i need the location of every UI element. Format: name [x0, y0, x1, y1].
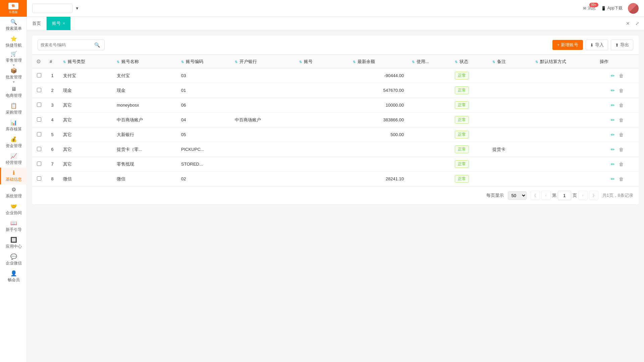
- sidebar-item-collaboration[interactable]: 🤝 企业协同: [0, 201, 27, 218]
- row-checkbox[interactable]: [32, 172, 46, 186]
- row-checkbox[interactable]: [32, 127, 46, 142]
- table-row: 3 其它 moneybosx 06 10000.00 正常 ✏ 🗑: [32, 98, 639, 113]
- import-icon: ⬇: [590, 43, 594, 48]
- row-code: 06: [177, 98, 231, 113]
- delete-button[interactable]: 🗑: [619, 147, 624, 152]
- col-header-status[interactable]: ⇅ 状态: [451, 55, 488, 68]
- col-header-account[interactable]: ⇅ 账号: [295, 55, 349, 68]
- row-actions: ✏ 🗑: [596, 68, 639, 83]
- tab-close-all-button[interactable]: ✕: [624, 19, 632, 27]
- page-first-button[interactable]: ⟪: [531, 191, 540, 200]
- page-next-button[interactable]: ›: [578, 191, 588, 200]
- row-status: 正常: [451, 142, 488, 157]
- row-checkbox[interactable]: [32, 142, 46, 157]
- delete-button[interactable]: 🗑: [619, 176, 624, 182]
- row-name: 中百商场账户: [113, 113, 177, 127]
- header-dropdown[interactable]: ▼: [75, 6, 79, 11]
- row-status: 正常: [451, 127, 488, 142]
- row-note: [488, 113, 531, 127]
- message-button[interactable]: ✉ 消息 99+: [583, 5, 596, 11]
- sidebar-item-finance[interactable]: 💰 资金管理: [0, 134, 27, 151]
- delete-button[interactable]: 🗑: [619, 117, 624, 123]
- add-account-button[interactable]: + 新增账号: [552, 40, 583, 50]
- row-actions: ✏ 🗑: [596, 142, 639, 157]
- import-button[interactable]: ⬇ 导入: [586, 40, 608, 50]
- row-default-payment: [531, 127, 596, 142]
- col-header-type[interactable]: ⇅ 账号类型: [59, 55, 113, 68]
- col-header-code[interactable]: ⇅ 账号编码: [177, 55, 231, 68]
- edit-button[interactable]: ✏: [611, 73, 615, 78]
- row-bank: [231, 98, 295, 113]
- accounts-table: ⚙ # ⇅ 账号类型 ⇅ 账号名称 ⇅ 账号编码: [32, 55, 639, 186]
- delete-button[interactable]: 🗑: [619, 73, 624, 78]
- header-search-input[interactable]: [32, 4, 72, 13]
- col-header-default-payment[interactable]: ⇅ 默认结算方式: [531, 55, 596, 68]
- col-header-bank[interactable]: ⇅ 开户银行: [231, 55, 295, 68]
- col-header-balance[interactable]: ⇅ 最新余额: [349, 55, 408, 68]
- sidebar-item-system[interactable]: ⚙ 系统管理: [0, 184, 27, 201]
- edit-button[interactable]: ✏: [611, 176, 615, 182]
- row-code: 01: [177, 83, 231, 98]
- sort-icon-usage: ⇅: [412, 60, 415, 64]
- edit-button[interactable]: ✏: [611, 147, 615, 152]
- sidebar-item-inventory[interactable]: 📊 库存核算: [0, 117, 27, 134]
- table-row: 6 其它 提货卡（零... PICKUPC... 正常 提货卡 ✏ 🗑: [32, 142, 639, 157]
- tab-accounts[interactable]: 账号 ×: [47, 17, 71, 30]
- per-page-select[interactable]: 50 20 100: [508, 191, 527, 200]
- app-download-button[interactable]: 📱 App下载: [601, 5, 623, 11]
- sidebar-item-wholesale[interactable]: 📦 批发管理 ▼: [0, 67, 27, 84]
- search-icon[interactable]: 🔍: [94, 42, 100, 48]
- delete-button[interactable]: 🗑: [619, 162, 624, 167]
- row-checkbox[interactable]: [32, 157, 46, 172]
- sidebar-item-ecommerce[interactable]: 🖥 电商管理: [0, 84, 27, 101]
- sidebar-item-guide[interactable]: 📖 新手引导: [0, 218, 27, 235]
- content-panel: 🔍 + 新增账号 ⬇ 导入 ⬆ 导出: [32, 36, 639, 204]
- sidebar-item-quick-nav[interactable]: ⭐ 快捷导航: [0, 34, 27, 50]
- sidebar-item-members[interactable]: 👤 畅会员: [0, 268, 27, 285]
- row-status: 正常: [451, 68, 488, 83]
- edit-button[interactable]: ✏: [611, 88, 615, 93]
- table-settings-icon[interactable]: ⚙: [36, 59, 41, 64]
- trend-icon: 📈: [10, 153, 17, 159]
- sidebar-item-operations[interactable]: 📈 经营管理: [0, 151, 27, 168]
- row-bank: [231, 172, 295, 186]
- sidebar-item-purchase[interactable]: 📋 采购管理: [0, 101, 27, 117]
- page-input[interactable]: [558, 191, 571, 200]
- col-header-usage[interactable]: ⇅ 使用...: [408, 55, 451, 68]
- edit-button[interactable]: ✏: [611, 117, 615, 123]
- sidebar-item-basic-info[interactable]: ℹ 基础信息: [0, 168, 27, 184]
- search-menu-icon: 🔍: [10, 19, 17, 25]
- page-last-button[interactable]: ⟫: [589, 191, 598, 200]
- avatar[interactable]: [628, 3, 639, 14]
- row-type: 其它: [59, 142, 113, 157]
- col-header-note[interactable]: ⇅ 备注: [488, 55, 531, 68]
- tab-close-button[interactable]: ×: [63, 21, 65, 26]
- delete-button[interactable]: 🗑: [619, 88, 624, 93]
- sort-icon-type: ⇅: [63, 60, 66, 64]
- edit-button[interactable]: ✏: [611, 162, 615, 167]
- row-checkbox[interactable]: [32, 113, 46, 127]
- page-prev-button[interactable]: ‹: [541, 191, 551, 200]
- pagination: ⟪ ‹ 第 页 › ⟫: [531, 191, 598, 200]
- sidebar-item-apps[interactable]: 🔲 应用中心: [0, 235, 27, 251]
- search-input[interactable]: [41, 43, 94, 47]
- delete-button[interactable]: 🗑: [619, 132, 624, 137]
- row-balance: [349, 142, 408, 157]
- export-button[interactable]: ⬆ 导出: [611, 40, 633, 50]
- row-checkbox[interactable]: [32, 98, 46, 113]
- edit-button[interactable]: ✏: [611, 132, 615, 137]
- edit-button[interactable]: ✏: [611, 103, 615, 108]
- sidebar-item-search[interactable]: 🔍 搜索菜单: [0, 17, 27, 34]
- tab-home[interactable]: 首页: [27, 17, 47, 30]
- status-badge: 正常: [455, 145, 469, 153]
- row-checkbox[interactable]: [32, 83, 46, 98]
- delete-button[interactable]: 🗑: [619, 103, 624, 108]
- sidebar-item-wechat-work[interactable]: 💬 企业微信: [0, 251, 27, 268]
- tab-expand-button[interactable]: ⤢: [633, 19, 641, 27]
- sidebar-item-retail[interactable]: 🛒 零售管理 ▼: [0, 50, 27, 67]
- row-checkbox[interactable]: [32, 68, 46, 83]
- content-area: 🔍 + 新增账号 ⬇ 导入 ⬆ 导出: [27, 30, 644, 362]
- col-header-name[interactable]: ⇅ 账号名称: [113, 55, 177, 68]
- sort-icon-code: ⇅: [181, 60, 184, 64]
- toolbar-left: 🔍: [38, 40, 105, 50]
